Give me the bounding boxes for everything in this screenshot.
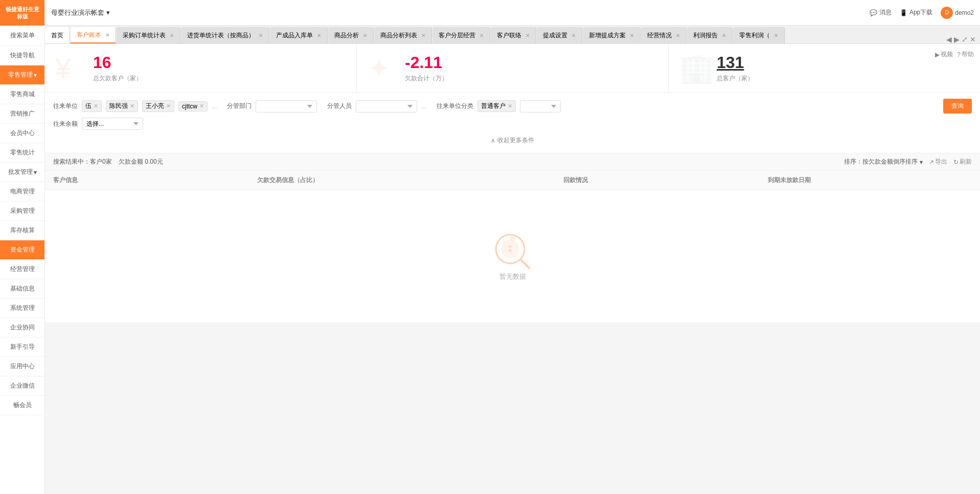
sidebar-item-system[interactable]: 系统管理	[0, 299, 44, 318]
logo-text: 畅捷通好生意 标版	[6, 6, 39, 20]
dept-select[interactable]	[256, 100, 317, 113]
message-icon: 💬	[870, 9, 877, 16]
filter-more-tags[interactable]: ...	[212, 103, 217, 110]
close-icon[interactable]: ✕	[421, 33, 425, 38]
sidebar-item-member[interactable]: 会员中心	[0, 124, 44, 143]
empty-text: 暂无数据	[499, 272, 526, 281]
close-icon[interactable]: ✕	[572, 33, 576, 38]
empty-illustration	[492, 231, 533, 272]
remove-tag-category[interactable]: ✕	[508, 103, 512, 109]
stat-info-total: 131 总客户（家）	[717, 53, 754, 83]
video-btn[interactable]: ▶ 视频	[935, 50, 953, 59]
tab-customer-segment[interactable]: 客户分层经营 ✕	[432, 27, 490, 43]
tab-operations-status[interactable]: 经营情况 ✕	[641, 27, 687, 43]
version-selector[interactable]: 母婴行业演示帐套 ▾	[51, 8, 110, 17]
close-icon[interactable]: ✕	[259, 33, 263, 38]
tab-new-plan[interactable]: 新增提成方案 ✕	[583, 27, 641, 43]
tab-home[interactable]: 首页	[45, 27, 70, 43]
tab-profit-report[interactable]: 利润报告 ✕	[687, 27, 733, 43]
person-select[interactable]	[356, 100, 417, 113]
tab-customer-book[interactable]: 客户账本 ✕	[71, 27, 116, 43]
sidebar-item-purchase[interactable]: 采购管理	[0, 201, 44, 221]
refresh-btn[interactable]: ↻ 刷新	[953, 158, 972, 166]
download-icon: 📱	[900, 9, 907, 16]
close-icon[interactable]: ✕	[317, 33, 321, 38]
query-button[interactable]: 查询	[943, 99, 972, 114]
col-header-debt: 欠款交易信息（占比）	[257, 176, 563, 185]
sort-select[interactable]: 排序：按欠款金额倒序排序 ▾	[844, 158, 923, 166]
result-info: 搜索结果中：客户0家 欠款金额 0.00元	[53, 158, 163, 166]
sidebar-item-wholesale[interactable]: 批发管理 ▾	[0, 163, 44, 182]
sidebar-item-ecommerce[interactable]: 电商管理	[0, 182, 44, 201]
stat-label-total: 总客户（家）	[717, 74, 754, 83]
sidebar-item-operations[interactable]: 经营管理	[0, 260, 44, 279]
col-header-customer: 客户信息	[53, 176, 257, 185]
sidebar: 畅捷通好生意 标版 搜索菜单 快捷导航 零售管理 ▾ 零售商城 营销推广 会员中…	[0, 0, 45, 494]
filter-row-1: 往来单位 伍 ✕ 陈民强 ✕ 王小亮 ✕ cjttcw ✕ ...	[53, 99, 972, 114]
remove-tag-unit4[interactable]: ✕	[199, 103, 204, 109]
tab-customer-contact[interactable]: 客户联络 ✕	[491, 27, 536, 43]
sidebar-item-search[interactable]: 搜索菜单	[0, 26, 44, 46]
table-header: 客户信息 欠款交易信息（占比） 回款情况 到期未放款日期	[45, 171, 980, 190]
stat-card-amount: ✦ -2.11 欠款合计（万）	[357, 44, 669, 92]
tab-retail-profit[interactable]: 零售利润（ ✕	[733, 27, 785, 43]
filter-area: 往来单位 伍 ✕ 陈民强 ✕ 王小亮 ✕ cjttcw ✕ ...	[45, 93, 980, 153]
col-header-due-date: 到期未放款日期	[768, 176, 972, 185]
close-icon[interactable]: ✕	[722, 33, 726, 38]
sidebar-item-newbie[interactable]: 新手引导	[0, 338, 44, 357]
filter-more-person[interactable]: ...	[421, 103, 426, 110]
tab-reminder-settings[interactable]: 提成设置 ✕	[537, 27, 582, 43]
sidebar-item-retail-stat[interactable]: 零售统计	[0, 143, 44, 163]
close-icon[interactable]: ✕	[774, 33, 778, 38]
video-icon: ▶	[935, 51, 940, 58]
collapse-btn[interactable]: ∧ 收起更多条件	[491, 136, 534, 145]
chevron-down-icon: ▾	[34, 169, 37, 176]
category-select-wrapper	[520, 100, 561, 113]
balance-select[interactable]: 选择...	[82, 118, 143, 130]
sidebar-item-marketing[interactable]: 营销推广	[0, 104, 44, 124]
app-download-btn[interactable]: 📱 App下载	[900, 8, 932, 17]
tab-prev-icon[interactable]: ◀	[946, 35, 952, 43]
tab-expand-icon[interactable]: ⤢	[962, 35, 968, 43]
sidebar-item-member-vip[interactable]: 畅会员	[0, 396, 44, 415]
help-btn[interactable]: ? 帮助	[957, 50, 974, 59]
sidebar-item-retail-mgmt[interactable]: 零售管理 ▾	[0, 65, 44, 85]
chevron-up-icon: ∧	[491, 137, 495, 144]
close-icon[interactable]: ✕	[363, 33, 367, 38]
remove-tag-unit2[interactable]: ✕	[130, 103, 134, 109]
user-avatar[interactable]: D demo2	[941, 7, 974, 19]
sidebar-item-app-center[interactable]: 应用中心	[0, 357, 44, 376]
sidebar-item-inventory[interactable]: 库存核算	[0, 221, 44, 240]
sidebar-item-enterprise-wechat[interactable]: 企业微信	[0, 376, 44, 396]
remove-tag-unit3[interactable]: ✕	[166, 103, 171, 109]
chevron-down-icon: ▾	[34, 72, 37, 79]
tab-product-analysis[interactable]: 商品分析 ✕	[328, 27, 374, 43]
export-btn[interactable]: ↗ 导出	[929, 158, 947, 166]
remove-tag-unit1[interactable]: ✕	[94, 103, 98, 109]
svg-point-5	[502, 240, 505, 243]
close-icon[interactable]: ✕	[676, 33, 680, 38]
close-icon[interactable]: ✕	[526, 33, 530, 38]
sidebar-item-enterprise[interactable]: 企业协同	[0, 318, 44, 338]
close-icon[interactable]: ✕	[170, 33, 174, 38]
tab-next-icon[interactable]: ▶	[954, 35, 960, 43]
tabbar-controls: ◀ ▶ ⤢ ✕	[942, 35, 980, 43]
tab-close-all-icon[interactable]: ✕	[970, 35, 976, 43]
tab-product-analysis-list[interactable]: 商品分析列表 ✕	[374, 27, 432, 43]
sidebar-item-finance[interactable]: 资金管理	[0, 240, 44, 260]
stat-action-buttons: ▶ 视频 ? 帮助	[935, 50, 974, 59]
tab-purchase-stat-by-product[interactable]: 进货单统计表（按商品） ✕	[181, 27, 269, 43]
close-icon[interactable]: ✕	[630, 33, 634, 38]
filter-tag-unit4: cjttcw ✕	[178, 101, 208, 111]
sidebar-item-basic[interactable]: 基础信息	[0, 279, 44, 299]
close-icon[interactable]: ✕	[480, 33, 484, 38]
message-btn[interactable]: 💬 消息	[870, 8, 892, 17]
tab-product-in[interactable]: 产成品入库单 ✕	[270, 27, 328, 43]
content-area: ¥ 16 总欠款客户（家） ✦ -2.11 欠款合计（万） 🏢 131	[45, 44, 980, 494]
sidebar-item-retail-mall[interactable]: 零售商城	[0, 85, 44, 104]
tab-purchase-order-stat[interactable]: 采购订单统计表 ✕	[117, 27, 180, 43]
category-select[interactable]	[520, 100, 561, 113]
sidebar-item-quick-nav[interactable]: 快捷导航	[0, 46, 44, 65]
avatar-icon: D	[941, 7, 953, 19]
close-icon[interactable]: ✕	[105, 32, 109, 38]
